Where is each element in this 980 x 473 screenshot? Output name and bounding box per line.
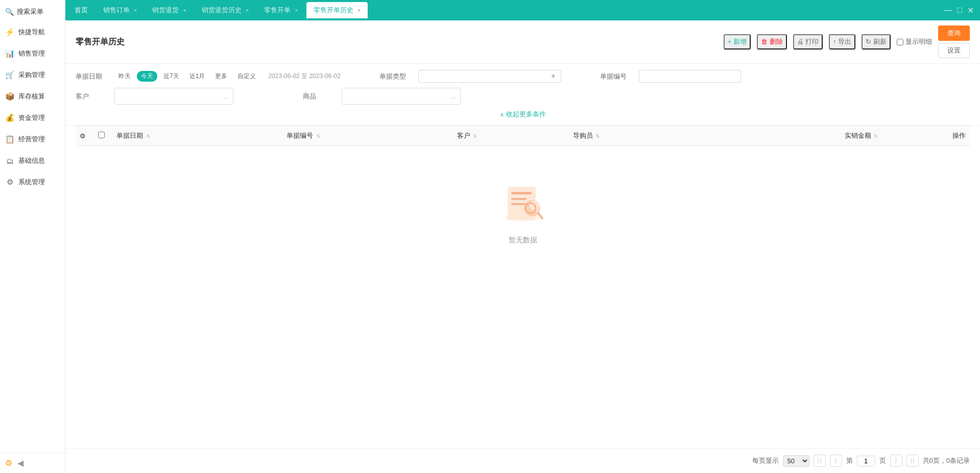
svg-rect-3 [511, 198, 527, 200]
customer-dots[interactable]: ... [223, 92, 229, 100]
sidebar-item-inventory[interactable]: 📦 库存核算 [0, 86, 65, 107]
settings-button[interactable]: 设置 [938, 43, 970, 58]
date-btn-today[interactable]: 今天 [137, 71, 157, 82]
last-page-btn[interactable]: ⟩⟩ [906, 455, 919, 467]
pagination: 每页显示 50 20 100 ⟨⟨ ⟨ 第 页 ⟩ ⟩⟩ 共0页，0条记录 [65, 448, 980, 473]
date-btn-7days[interactable]: 近7天 [159, 71, 183, 82]
product-input[interactable] [346, 90, 448, 102]
col-ops: 操作 [882, 126, 970, 146]
doc-type-label: 单据类型 [379, 72, 410, 81]
tab-sales-order[interactable]: 销售订单 × [96, 2, 144, 18]
sort-date-icon: ⇅ [146, 133, 150, 139]
minimize-btn[interactable]: — [944, 6, 952, 15]
tab-retail-history-close[interactable]: × [357, 7, 361, 13]
basic-info-icon: 🗂 [5, 157, 14, 165]
tab-sales-order-label: 销售订单 [103, 6, 130, 15]
table-area: ⚙ 单据日期 ⇅ 单据编号 ⇅ 客户 [65, 126, 980, 448]
table-check-col[interactable] [94, 126, 112, 146]
customer-input[interactable] [119, 90, 221, 102]
sidebar-item-sys-mgmt[interactable]: ⚙ 系统管理 [0, 171, 65, 193]
collapse-label: 收起更多条件 [506, 110, 546, 119]
doc-no-label: 单据编号 [600, 72, 631, 81]
filter-area: 单据日期 昨天 今天 近7天 近1月 更多 自定义 2023-06-02 至 2… [65, 64, 980, 126]
doc-type-select[interactable]: ▼ [418, 70, 561, 83]
content-area: 零售开单历史 + 新增 🗑 删除 🖨 打印 ↑ 导出 ↻ 刷新 显示明细 查询 … [65, 20, 980, 473]
first-page-btn[interactable]: ⟨⟨ [814, 455, 826, 467]
sidebar-item-label: 基础信息 [18, 156, 45, 165]
sales-mgmt-icon: 📊 [5, 49, 14, 58]
tabbar: 首页 销售订单 × 销货退货 × 销货退货历史 × 零售开单 × 零售开单历史 … [65, 0, 980, 20]
page-input[interactable] [857, 456, 875, 466]
page-header: 零售开单历史 + 新增 🗑 删除 🖨 打印 ↑ 导出 ↻ 刷新 显示明细 查询 … [65, 20, 980, 64]
export-button[interactable]: ↑ 导出 [829, 34, 855, 49]
tab-sales-order-close[interactable]: × [134, 7, 137, 13]
tab-retail-history-label: 零售开单历史 [314, 6, 353, 15]
empty-icon [497, 177, 548, 228]
date-label: 单据日期 [76, 72, 106, 81]
date-btn-more[interactable]: 更多 [211, 71, 231, 82]
toolbar: + 新增 🗑 删除 🖨 打印 ↑ 导出 ↻ 刷新 显示明细 查询 设置 [724, 26, 970, 58]
show-detail-checkbox[interactable]: 显示明细 [897, 37, 932, 46]
sort-customer-icon: ⇅ [473, 133, 477, 139]
search-menu-item[interactable]: 🔍 搜索采单 [0, 0, 65, 21]
settings-icon[interactable]: ⚙ [5, 458, 12, 468]
sidebar-item-basic-info[interactable]: 🗂 基础信息 [0, 150, 65, 171]
collapse-more[interactable]: ∧ 收起更多条件 [76, 110, 970, 119]
tab-retail-history[interactable]: 零售开单历史 × [306, 2, 368, 18]
collapse-arrow-icon: ∧ [500, 111, 504, 118]
tab-sales-return-history-close[interactable]: × [246, 7, 249, 13]
tab-sales-return-history[interactable]: 销货退货历史 × [195, 2, 256, 18]
col-date[interactable]: 单据日期 ⇅ [112, 126, 282, 146]
sort-amount-icon: ⇅ [874, 133, 878, 139]
date-range: 2023-06-02 至 2023-06-02 [268, 72, 340, 81]
table-settings-col[interactable]: ⚙ [76, 126, 94, 146]
sidebar-item-ops-mgmt[interactable]: 📋 经营管理 [0, 129, 65, 150]
sidebar-item-label: 经营管理 [18, 135, 45, 144]
maximize-btn[interactable]: □ [957, 6, 962, 15]
tab-sales-return-history-label: 销货退货历史 [202, 6, 242, 15]
tab-retail-open-close[interactable]: × [295, 7, 298, 13]
delete-button[interactable]: 🗑 删除 [757, 34, 787, 49]
select-all-checkbox[interactable] [98, 132, 105, 138]
per-page-select[interactable]: 50 20 100 [783, 455, 809, 467]
sidebar-item-label: 系统管理 [18, 178, 45, 187]
product-dots[interactable]: ... [450, 92, 456, 100]
date-btn-yesterday[interactable]: 昨天 [114, 71, 135, 82]
quick-nav-icon: ⚡ [5, 28, 14, 37]
sidebar-item-label: 库存核算 [18, 92, 45, 101]
tab-sales-return[interactable]: 销货退货 × [145, 2, 193, 18]
collapse-sidebar-icon[interactable]: ◀ [17, 458, 23, 468]
sidebar-item-finance-mgmt[interactable]: 💰 资金管理 [0, 107, 65, 129]
query-button[interactable]: 查询 [938, 26, 970, 41]
main-area: 首页 销售订单 × 销货退货 × 销货退货历史 × 零售开单 × 零售开单历史 … [65, 0, 980, 473]
refresh-button[interactable]: ↻ 刷新 [862, 34, 891, 49]
col-no[interactable]: 单据编号 ⇅ [282, 126, 452, 146]
doc-no-input[interactable] [639, 70, 741, 83]
tab-retail-open-label: 零售开单 [264, 6, 291, 15]
tab-home[interactable]: 首页 [67, 2, 95, 18]
product-label: 商品 [303, 92, 333, 101]
print-button[interactable]: 🖨 打印 [793, 34, 823, 49]
inventory-icon: 📦 [5, 92, 14, 101]
show-detail-input[interactable] [897, 39, 903, 45]
sidebar-item-purchase-mgmt[interactable]: 🛒 采购管理 [0, 64, 65, 86]
close-btn[interactable]: ✕ [967, 6, 974, 15]
sidebar-nav: ⚡ 快捷导航 📊 销售管理 🛒 采购管理 📦 库存核算 💰 资金管理 📋 经营管… [0, 21, 65, 453]
page-title: 零售开单历史 [76, 37, 125, 47]
next-page-btn[interactable]: ⟩ [890, 455, 902, 467]
col-salesperson[interactable]: 导购员 ⇅ [569, 126, 712, 146]
prev-page-btn[interactable]: ⟨ [830, 455, 842, 467]
sidebar-item-sales-mgmt[interactable]: 📊 销售管理 [0, 43, 65, 64]
sort-no-icon: ⇅ [316, 133, 320, 139]
add-button[interactable]: + 新增 [724, 34, 751, 49]
date-btn-custom[interactable]: 自定义 [233, 71, 260, 82]
tab-sales-return-close[interactable]: × [183, 7, 186, 13]
col-amount[interactable]: 实销金额 ⇅ [712, 126, 882, 146]
show-detail-label: 显示明细 [905, 37, 932, 46]
search-icon: 🔍 [5, 8, 14, 16]
sidebar-item-quick-nav[interactable]: ⚡ 快捷导航 [0, 21, 65, 43]
tab-retail-open[interactable]: 零售开单 × [257, 2, 305, 18]
date-btn-1month[interactable]: 近1月 [185, 71, 209, 82]
sidebar-item-label: 采购管理 [18, 70, 45, 80]
col-customer[interactable]: 客户 ⇅ [453, 126, 569, 146]
